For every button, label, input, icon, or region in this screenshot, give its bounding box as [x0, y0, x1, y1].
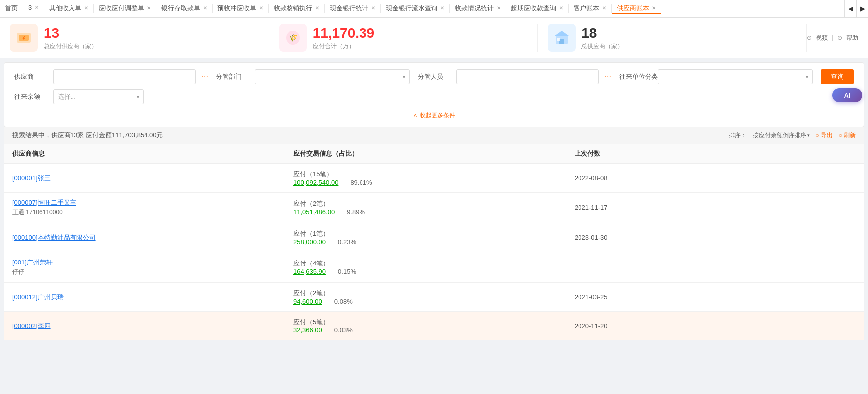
- supplier-link[interactable]: [000012]广州贝瑞: [12, 293, 293, 302]
- close-icon[interactable]: ✕: [559, 5, 563, 11]
- close-icon[interactable]: ✕: [371, 5, 375, 11]
- balance-label: 往来余额: [14, 92, 49, 101]
- table-row: [000100]本特勤油品有限公司 应付（1笔） 258,000.00 0.23…: [4, 223, 864, 252]
- close-icon[interactable]: ✕: [440, 5, 444, 11]
- nav-label: 客户账本: [574, 4, 599, 13]
- nav-label: 应收应付调整单: [99, 4, 144, 13]
- close-icon[interactable]: ✕: [84, 5, 88, 11]
- stat-payable-label: 总应付供应商（家）: [44, 42, 259, 51]
- table-header: 供应商信息 应付交易信息（占比） 上次付数: [4, 144, 864, 164]
- nav-item-overdue-query[interactable]: 超期应收款查询 ✕: [506, 4, 569, 13]
- close-icon[interactable]: ✕: [315, 5, 319, 11]
- trans-amount[interactable]: 32,366.00: [293, 327, 322, 334]
- nav-item-collection-stats[interactable]: 收款情况统计 ✕: [450, 4, 506, 13]
- trans-label: 应付（2笔）: [293, 199, 575, 208]
- nav-item-customer-account[interactable]: 客户账本 ✕: [569, 4, 612, 13]
- nav-label: 3: [28, 4, 32, 11]
- refresh-label: 刷新: [844, 131, 856, 140]
- category-field: 往来单位分类 ▾: [619, 69, 813, 84]
- close-icon[interactable]: ✕: [147, 5, 151, 11]
- sort-button[interactable]: 按应付余额倒序排序 ▾: [753, 131, 810, 140]
- help-link[interactable]: 帮助: [846, 34, 858, 42]
- results-summary: 搜索结果中，供应商13家 应付金额111,703,854.00元: [12, 131, 163, 140]
- close-icon[interactable]: ✕: [497, 5, 501, 11]
- trans-cell: 应付（5笔） 32,366.00 0.03%: [293, 318, 575, 334]
- trans-amount[interactable]: 100,092,540.00: [293, 179, 338, 186]
- nav-item-collection-execute[interactable]: 收款核销执行 ✕: [269, 4, 325, 13]
- nav-item-cash-flow[interactable]: 现金银行流水查询 ✕: [381, 4, 450, 13]
- query-button[interactable]: 查询: [821, 69, 854, 84]
- nav-item-advance-receive[interactable]: 预收冲应收单 ✕: [213, 4, 269, 13]
- collapse-label: 收起更多条件: [420, 112, 455, 119]
- supplier-sub: 王通 17106110000: [12, 208, 293, 217]
- close-icon[interactable]: ✕: [203, 5, 207, 11]
- export-label: 导出: [821, 131, 833, 140]
- nav-item-supplier-account[interactable]: 供应商账本 ✕: [612, 4, 661, 14]
- table-row: [001]广州荣轩 仔仔 应付（4笔） 164,635.90 0.15%: [4, 252, 864, 283]
- trans-cell: 应付（2笔） 94,600.00 0.08%: [293, 289, 575, 305]
- ai-button[interactable]: Ai: [832, 88, 862, 102]
- supplier-link[interactable]: [001]广州荣轩: [12, 258, 293, 267]
- stat-total-content: 18 总供应商（家）: [581, 25, 796, 51]
- collapse-bar[interactable]: ∧ 收起更多条件: [14, 109, 854, 122]
- store-icon: [548, 24, 576, 52]
- col-supplier-info: 供应商信息: [12, 149, 293, 158]
- person-label: 分管人员: [418, 72, 452, 81]
- last-pay-cell: 2020-11-20: [575, 322, 856, 329]
- category-select[interactable]: ▾: [658, 69, 813, 84]
- nav-label: 超期应收款查询: [511, 4, 556, 13]
- trans-label: 应付（1笔）: [293, 229, 575, 238]
- form-row-1: 供应商 ··· 分管部门 ▾ 分管人员 ··· 往来单位分类 ▾ 查询: [14, 69, 854, 84]
- trans-amount[interactable]: 164,635.90: [293, 268, 326, 275]
- close-icon[interactable]: ✕: [652, 5, 656, 11]
- supplier-link[interactable]: [000001]张三: [12, 174, 293, 183]
- stat-payable-suppliers: ¥ 13 总应付供应商（家）: [10, 24, 269, 52]
- trans-cell: 应付（4笔） 164,635.90 0.15%: [293, 259, 575, 275]
- export-icon: ○: [816, 132, 819, 139]
- nav-item-adjustment[interactable]: 应收应付调整单 ✕: [94, 4, 156, 13]
- close-icon[interactable]: ✕: [602, 5, 606, 11]
- nav-prev-arrow[interactable]: ◀: [844, 0, 856, 18]
- close-icon[interactable]: ✕: [259, 5, 263, 11]
- trans-label: 应付（2笔）: [293, 289, 575, 298]
- nav-label: 其他收入单: [49, 4, 81, 13]
- svg-marker-6: [555, 31, 569, 36]
- nav-label: 供应商账本: [617, 4, 649, 13]
- person-input[interactable]: [456, 69, 599, 84]
- table-row: [000012]广州贝瑞 应付（2笔） 94,600.00 0.08% 2021…: [4, 283, 864, 312]
- table-wrap: 供应商信息 应付交易信息（占比） 上次付数 [000001]张三 应付（15笔）…: [4, 144, 864, 340]
- supplier-input[interactable]: [53, 69, 196, 84]
- stat-total-label: 总供应商（家）: [581, 42, 796, 51]
- trans-cell: 应付（2笔） 11,051,486.00 9.89%: [293, 199, 575, 216]
- dept-select[interactable]: ▾: [255, 69, 410, 84]
- supplier-label: 供应商: [14, 72, 49, 81]
- video-link[interactable]: 视频: [816, 34, 828, 42]
- trans-amount[interactable]: 94,600.00: [293, 298, 322, 305]
- table-row: [000001]张三 应付（15笔） 100,092,540.00 89.61%…: [4, 164, 864, 193]
- table-row: [000002]李四 应付（5笔） 32,366.00 0.03% 2020-1…: [4, 312, 864, 340]
- trans-amount[interactable]: 11,051,486.00: [293, 208, 335, 216]
- nav-item-bank-deposit[interactable]: 银行存取款单 ✕: [156, 4, 213, 13]
- close-icon[interactable]: ✕: [35, 5, 39, 10]
- nav-item-3[interactable]: 3 ✕: [23, 4, 44, 11]
- nav-bar: 首页 3 ✕ 其他收入单 ✕ 应收应付调整单 ✕ 银行存取款单 ✕ 预收冲应收单…: [0, 0, 868, 18]
- supplier-link[interactable]: [000002]李四: [12, 322, 293, 330]
- last-pay-cell: 2023-01-30: [575, 234, 856, 241]
- refresh-button[interactable]: ○ 刷新: [839, 131, 856, 140]
- stat-amount-number: 11,170.39: [313, 25, 528, 42]
- balance-select[interactable]: 选择... ▾: [53, 89, 144, 104]
- sort-label: 排序：: [729, 131, 747, 140]
- nav-item-other-income[interactable]: 其他收入单 ✕: [44, 4, 94, 13]
- chevron-down-icon: ▾: [403, 74, 405, 80]
- supplier-sub: 仔仔: [12, 268, 293, 276]
- nav-next-arrow[interactable]: ▶: [856, 0, 868, 18]
- divider: |: [832, 34, 833, 41]
- trans-label: 应付（4笔）: [293, 259, 575, 268]
- supplier-link[interactable]: [000007]恒旺二手叉车: [12, 198, 293, 207]
- nav-item-home[interactable]: 首页: [0, 4, 23, 13]
- circle-icon: ⊙: [807, 34, 812, 41]
- nav-item-cash-bank-stats[interactable]: 现金银行统计 ✕: [325, 4, 381, 13]
- export-button[interactable]: ○ 导出: [816, 131, 833, 140]
- supplier-link[interactable]: [000100]本特勤油品有限公司: [12, 233, 293, 242]
- trans-amount[interactable]: 258,000.00: [293, 238, 326, 246]
